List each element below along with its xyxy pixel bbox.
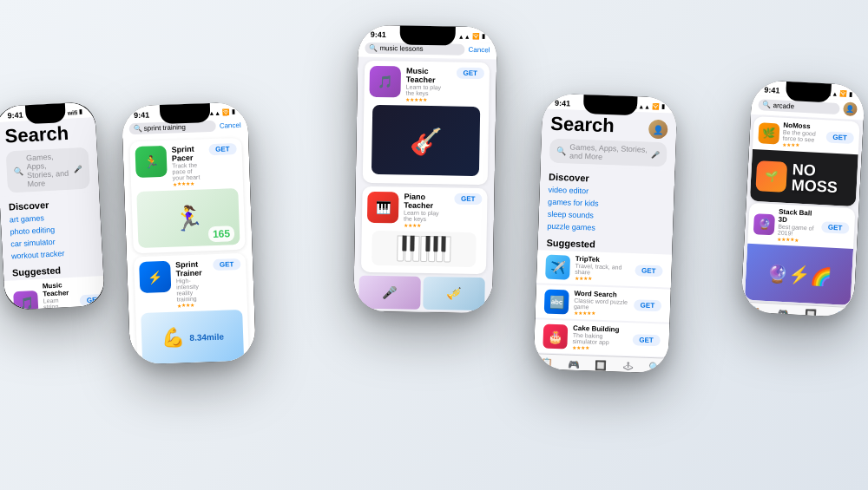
avatar-5: 👤 — [843, 101, 858, 116]
app-card-sprint-pacer[interactable]: 🏃 Sprint Pacer Track the pace of your he… — [129, 138, 245, 253]
wifi-icon-2: 🛜 — [222, 108, 230, 115]
status-icons-4: ▲▲▲ 🛜 ▮ — [632, 102, 665, 110]
time-3: 9:41 — [371, 30, 386, 39]
sprint-search-icon-2: 🔍 — [134, 125, 142, 133]
cancel-btn-3[interactable]: Cancel — [468, 46, 490, 54]
tab-bar-3: 📋 Today 🎮 Games 🔲 Apps 🕹 Arcade 🔍 — [353, 310, 492, 314]
music-hero-emoji: 🎸 — [410, 125, 443, 156]
screen-2: 9:41 ▲▲▲ 🛜 ▮ 🔍 sprint training Cancel — [122, 102, 256, 365]
sprint-pacer-hero: 🏃‍♀️ 165 — [136, 188, 240, 248]
app-item-4-2[interactable]: 🎂 Cake Building The baking simulator app… — [534, 319, 669, 356]
cancel-btn-2[interactable]: Cancel — [220, 121, 241, 130]
piano-teacher-stars: ★★★★ — [404, 222, 449, 229]
stat-badge: 165 — [208, 225, 235, 242]
thumb-2: 🎺 — [423, 277, 485, 310]
today-label-4: Today — [541, 370, 553, 374]
app-item-1-0[interactable]: 🎵 Music Teacher Learn string instruments… — [3, 276, 105, 310]
apps-icon-4: 🔲 — [595, 360, 607, 371]
app-card-top-pacer: 🏃 Sprint Pacer Track the pace of your he… — [135, 143, 238, 188]
piano-keys-display — [372, 231, 477, 267]
get-btn-nomoss[interactable]: GET — [825, 131, 854, 144]
nomoss-stars: ★★★★ — [782, 141, 822, 149]
stack-ball-name: Stack Ball 3D — [778, 208, 818, 225]
notch-5 — [786, 82, 832, 103]
sprint-trainer-stars: ★★★★ — [177, 301, 209, 308]
search-placeholder-4: Games, Apps, Stories, and More — [569, 143, 648, 163]
runner-emoji: 🏃‍♀️ — [173, 203, 204, 232]
app-stars-4-1: ★★★★★ — [574, 310, 628, 317]
search-title-4: Search — [550, 113, 615, 138]
trainer-emoji: 💪 — [161, 326, 185, 350]
piano-teacher-info: Piano Teacher Learn to play the keys ★★★… — [404, 193, 449, 229]
get-btn-piano-teacher[interactable]: GET — [454, 193, 483, 206]
get-btn-1-0[interactable]: GET — [80, 293, 105, 306]
apps-label-4: Apps — [595, 372, 606, 374]
key-b1 — [402, 236, 406, 252]
app-item-4-0[interactable]: ✈️ TripTek Travel, track, and share ★★★★… — [536, 250, 672, 287]
music-teacher-desc: Learn to play the keys — [405, 84, 450, 97]
battery-icon-3: ▮ — [482, 33, 485, 40]
stack-ball-card[interactable]: 🔮 Stack Ball 3D Best game of 2019! ★★★★★… — [745, 203, 856, 305]
notch-4 — [582, 95, 637, 115]
tab-search-4[interactable]: 🔍 Search — [641, 362, 668, 374]
sprint-trainer-desc: High-intensity reality training — [176, 277, 209, 302]
get-btn-trainer[interactable]: GET — [213, 258, 241, 271]
app-icon-music-teacher-1: 🎵 — [13, 291, 38, 310]
music-query: music lessons — [379, 44, 423, 53]
screen-5: 9:41 ▲▲ 🛜 ▮ 🔍 arcade 👤 — [740, 80, 865, 317]
app-info-1-0: Music Teacher Learn string instruments ★… — [43, 281, 76, 310]
get-btn-music-teacher[interactable]: GET — [456, 68, 484, 80]
games-icon-5: 🎮 — [776, 308, 789, 318]
time-1: 9:41 — [7, 110, 23, 120]
app-icon-music-teacher-3: 🎵 — [369, 66, 401, 98]
screen-1: 9:41 ▲ wifi ▮ Search 🔍 Games, Apps, Stor… — [0, 101, 105, 310]
nomoss-header: 🌿 NoMoss Be the good force to see ★★★★ G… — [753, 116, 860, 154]
arcade-icon-tab-5: 🕹 — [834, 310, 845, 317]
tab-today-4[interactable]: 📋 Today — [533, 357, 560, 373]
search-icon-1: 🔍 — [14, 167, 24, 177]
music-teacher-name: Music Teacher — [406, 67, 451, 85]
search-icon-tab-4: 🔍 — [648, 362, 661, 373]
app-item-4-1[interactable]: 🔤 Word Search Classic word puzzle game ★… — [536, 284, 671, 322]
tab-games-4[interactable]: 🎮 Games — [560, 358, 588, 373]
app-card-music-teacher[interactable]: 🎵 Music Teacher Learn to play the keys ★… — [363, 61, 490, 185]
stack-ball-info: Stack Ball 3D Best game of 2019! ★★★★★ — [777, 208, 819, 244]
nomoss-card[interactable]: 🌿 NoMoss Be the good force to see ★★★★ G… — [750, 116, 860, 206]
tab-apps-4[interactable]: 🔲 Apps — [587, 359, 615, 373]
app-stars-4-2: ★★★★ — [572, 344, 627, 352]
key-b5 — [441, 236, 445, 252]
get-btn-4-2[interactable]: GET — [632, 334, 661, 346]
search-bar-4[interactable]: 🔍 Games, Apps, Stories, and More 🎤 — [549, 139, 667, 167]
get-btn-4-0[interactable]: GET — [635, 265, 663, 277]
sprint-query-2: sprint training — [144, 123, 186, 133]
sprint-pacer-name: Sprint Pacer — [171, 144, 203, 162]
notch-3 — [400, 25, 456, 45]
tab-games-5[interactable]: 🎮 Games — [768, 307, 798, 317]
games-label-4: Games — [567, 371, 581, 374]
wifi-icon-4: 🛜 — [652, 103, 660, 110]
app-card-sprint-trainer[interactable]: ⚡ Sprint Trainer High-intensity reality … — [134, 253, 249, 365]
time-2: 9:41 — [134, 110, 149, 120]
search-icon-4: 🔍 — [556, 147, 566, 155]
get-btn-stack-ball[interactable]: GET — [821, 221, 850, 234]
search-title-row-4: Search 👤 — [550, 113, 668, 143]
piano-teacher-name: Piano Teacher — [404, 193, 449, 211]
get-btn-4-1[interactable]: GET — [633, 299, 661, 311]
app-icon-stack-ball: 🔮 — [753, 213, 775, 235]
time-4: 9:41 — [555, 99, 570, 108]
music-search-icon: 🔍 — [369, 44, 378, 52]
tab-today-5[interactable]: 📋 Today — [740, 305, 769, 317]
key-b2 — [410, 236, 414, 252]
app-card-piano-teacher[interactable]: 🎹 Piano Teacher Learn to play the keys ★… — [361, 186, 488, 274]
thumb-1: 🎤 — [358, 276, 421, 310]
search-bar-1[interactable]: 🔍 Games, Apps, Stories, and More 🎤 — [6, 147, 90, 193]
mic-icon-1: 🎤 — [74, 164, 82, 173]
tab-apps-5[interactable]: 🔲 Apps — [796, 309, 825, 317]
tab-arcade-4[interactable]: 🕹 Arcade — [614, 360, 641, 373]
app-icon-piano-teacher: 🎹 — [367, 192, 399, 224]
notch-2 — [159, 103, 210, 124]
phone-center: 9:41 ▲▲ 🛜 ▮ 🔍 music lessons Cancel — [353, 25, 497, 314]
app-icon-word-search: 🔤 — [544, 290, 569, 315]
get-btn-pacer[interactable]: GET — [208, 143, 237, 155]
tab-arcade-5[interactable]: 🕹 Arcade — [825, 310, 854, 318]
